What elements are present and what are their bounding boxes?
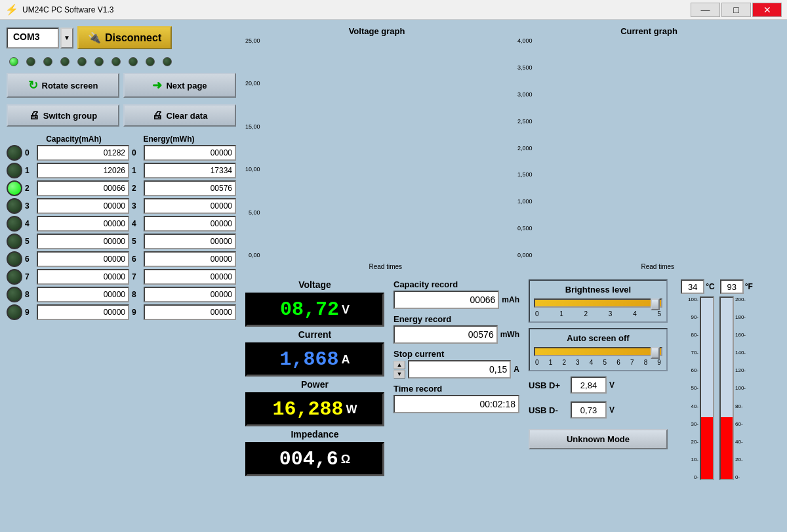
energy-5: 00000: [144, 234, 236, 249]
led-5: [7, 234, 22, 249]
table-row: 8 00000 8 00000: [7, 287, 236, 302]
table-row: 2 00066 2 00576: [7, 180, 236, 196]
celsius-scale: 100-90-80-70-60-50-40-30-20-10-0-: [688, 297, 714, 525]
stop-current-down[interactable]: ▼: [394, 370, 405, 379]
dot-indicator-4: [77, 57, 87, 66]
fahrenheit-bar: [719, 297, 734, 480]
brightness-slider-thumb[interactable]: [651, 298, 660, 310]
cap-7: 00000: [37, 269, 129, 285]
stop-current-spinner: ▲ ▼: [394, 361, 405, 379]
rotate-screen-button[interactable]: ↻ Rotate screen: [7, 73, 119, 98]
cap-0: 01282: [37, 145, 129, 161]
settings-panel: Brightness level 012345 Auto screen off: [526, 277, 670, 528]
minimize-button[interactable]: —: [691, 3, 720, 17]
celsius-value: 34: [681, 279, 704, 294]
led-9: [7, 304, 22, 320]
dot-indicator-3: [60, 57, 70, 66]
energy-6: 00000: [144, 251, 236, 267]
screen-off-labels: 0123456789: [534, 359, 662, 366]
impedance-display: 004,6 Ω: [245, 442, 384, 476]
table-row: 7 00000 7 00000: [7, 269, 236, 285]
brightness-slider-track[interactable]: [534, 298, 662, 308]
stop-current-up[interactable]: ▲: [394, 361, 405, 369]
clear-icon: 🖨: [152, 110, 163, 121]
led-2: [7, 180, 22, 196]
table-row: 4 00000 4 00000: [7, 216, 236, 232]
com-select: COM3 ▼: [7, 28, 73, 49]
voltage-display: 08,72 V: [245, 293, 384, 327]
cap-3: 00000: [37, 198, 129, 214]
led-4: [7, 216, 22, 232]
voltage-graph-title: Voltage graph: [245, 26, 508, 36]
cap-5: 00000: [37, 234, 129, 249]
led-8: [7, 287, 22, 302]
window-title: UM24C PC Software V1.3: [22, 5, 113, 14]
led-0: [7, 145, 22, 161]
led-1: [7, 163, 22, 178]
energy-9: 00000: [144, 304, 236, 320]
current-x-label: Read times: [535, 263, 780, 270]
current-graph-title: Current graph: [517, 26, 780, 36]
close-button[interactable]: ✕: [752, 3, 782, 17]
disconnect-icon: 🔌: [88, 31, 101, 44]
thermo-scales: 100-90-80-70-60-50-40-30-20-10-0- 200-18…: [688, 297, 746, 525]
switch-group-button[interactable]: 🖨 Switch group: [7, 104, 119, 127]
title-bar: ⚡ UM24C PC Software V1.3 — □ ✕: [0, 0, 787, 20]
right-panel: Voltage graph 25,0020,0015,0010,005,000,…: [243, 24, 783, 528]
dot-indicator-6: [111, 57, 121, 66]
dot-indicator-5: [94, 57, 104, 66]
celsius-unit: °C: [706, 282, 714, 291]
next-page-button[interactable]: ➜ Next page: [123, 73, 236, 98]
maximize-button[interactable]: □: [721, 3, 751, 17]
screen-off-slider-track[interactable]: [534, 347, 662, 356]
cap-9: 00000: [37, 304, 129, 320]
switch-icon: 🖨: [29, 110, 39, 121]
voltage-label: Voltage: [245, 279, 384, 290]
clear-data-button[interactable]: 🖨 Clear data: [123, 104, 236, 127]
usb-dplus-field: 2,84: [571, 377, 607, 394]
btn-row-1: ↻ Rotate screen ➜ Next page: [4, 72, 239, 99]
screen-off-slider-thumb[interactable]: [651, 347, 660, 359]
led-6: [7, 251, 22, 267]
celsius-bar: [700, 297, 714, 480]
measurements-panel: Voltage 08,72 V Current 1,868 A Power 16…: [243, 277, 387, 528]
time-record-group: Time record 00:02:18: [394, 384, 519, 413]
cap-8: 00000: [37, 287, 129, 302]
impedance-label: Impedance: [245, 429, 384, 440]
led-3: [7, 198, 22, 214]
voltage-graph-container: Voltage graph 25,0020,0015,0010,005,000,…: [243, 24, 511, 273]
dot-indicator-2: [43, 57, 52, 66]
cap-6: 00000: [37, 251, 129, 267]
energy-0: 00000: [144, 145, 236, 161]
table-row: 5 00000 5 00000: [7, 234, 236, 249]
power-label: Power: [245, 379, 384, 390]
rotate-icon: ↻: [28, 78, 38, 92]
next-icon: ➜: [152, 78, 162, 92]
fahrenheit-scale: 200-180-160-140-120-100-80-60-40-20-0-: [719, 297, 746, 525]
usb-dplus-row: USB D+ 2,84 V: [529, 377, 668, 394]
current-display: 1,868 A: [245, 342, 384, 377]
capacity-record-field: 00066: [394, 291, 499, 309]
cap-2: 00066: [37, 180, 129, 196]
table-row: 6 00000 6 00000: [7, 251, 236, 267]
fahrenheit-fill: [721, 417, 733, 479]
usb-dminus-field: 0,73: [571, 401, 607, 419]
brightness-labels: 012345: [534, 310, 662, 317]
mode-button[interactable]: Unknown Mode: [529, 429, 668, 449]
cap-1: 12026: [37, 163, 129, 178]
power-display: 16,288 W: [245, 392, 384, 426]
disconnect-button[interactable]: 🔌 Disconnect: [77, 26, 172, 49]
energy-record-group: Energy record 00576 mWh: [394, 314, 519, 344]
energy-8: 00000: [144, 287, 236, 302]
energy-2: 00576: [144, 180, 236, 196]
time-record-field: 00:02:18: [394, 395, 519, 413]
usb-dminus-row: USB D- 0,73 V: [529, 401, 668, 419]
energy-7: 00000: [144, 269, 236, 285]
left-panel: COM3 ▼ 🔌 Disconnect ↻ Rotate: [4, 24, 239, 528]
com-port-arrow[interactable]: ▼: [60, 28, 73, 49]
btn-row-2: 🖨 Switch group 🖨 Clear data: [4, 103, 239, 128]
brightness-box: Brightness level 012345: [529, 279, 668, 323]
graphs-row: Voltage graph 25,0020,0015,0010,005,000,…: [243, 24, 783, 273]
stop-current-field: 0,15: [408, 360, 511, 379]
data-table: Capacity(mAh) Energy(mWh) 0 01282 0 0000…: [4, 132, 239, 528]
